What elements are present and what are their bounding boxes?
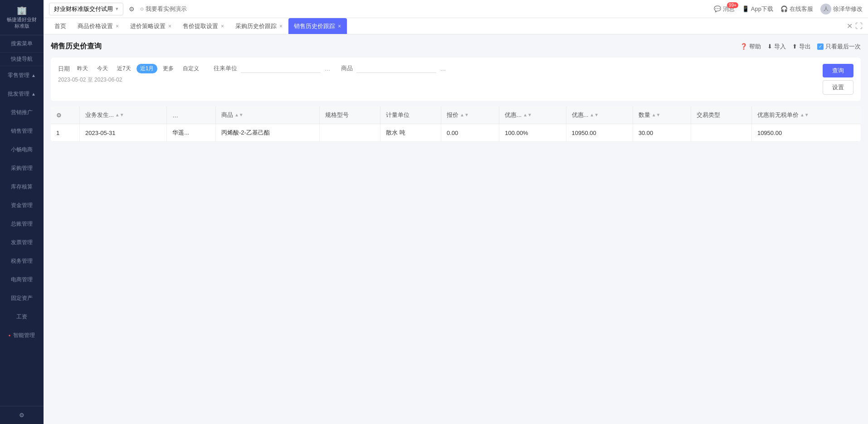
cell-price: 0.00 [441,124,499,142]
sidebar-item-ecommerce-small[interactable]: 小畅电商 [0,140,44,159]
date-range-display: 2023-05-02 至 2023-06-02 [58,76,203,84]
help-button[interactable]: ❓ 帮助 [740,43,761,51]
demo-link[interactable]: ○ 我要看实例演示 [140,5,187,13]
chip-last1month[interactable]: 近1月 [137,64,158,73]
sort-icon-quantity: ▲▼ [652,113,661,117]
sidebar-item-inventory[interactable]: 库存核算 [0,178,44,196]
window-close-button[interactable]: ✕ [847,22,853,30]
chip-today[interactable]: 今天 [93,64,112,73]
date-filter-label: 日期 [58,65,70,73]
topbar: 好业财标准版交付试用 ▾ ⚙ ○ 我要看实例演示 💬 消息 99+ 📱 App下… [44,0,868,18]
last-only-checkbox[interactable]: 只看最后一次 [817,43,861,51]
source-filter-group: 往来单位 … [214,64,330,73]
checkbox-icon [817,43,824,50]
sidebar-item-retail[interactable]: 零售管理 ▲ [0,66,44,85]
date-filter-group: 日期 昨天 今天 近7天 近1月 更多 自定义 [58,64,203,73]
col-more[interactable]: … [167,106,216,124]
sidebar-settings[interactable]: ⚙ [0,406,44,424]
tab-pricing-strategy-close[interactable]: × [168,23,171,29]
sidebar-item-finance[interactable]: 资金管理 [0,196,44,215]
cell-discount1: 100.00% [499,124,566,142]
filter-buttons: 查询 设置 [823,64,853,95]
settings-icon: ⚙ [19,412,24,419]
source-filter-label: 往来单位 [214,64,237,72]
sidebar-quick-nav[interactable]: 快捷导航 [0,53,44,66]
tab-home[interactable]: 首页 [49,18,72,34]
sidebar-item-ecommerce[interactable]: 电商管理 [0,270,44,289]
tab-pricing-strategy[interactable]: 进价策略设置 × [125,18,177,34]
tab-price-extract[interactable]: 售价提取设置 × [177,18,230,34]
product-filter-input[interactable] [356,64,436,73]
cell-tx-type [691,124,752,142]
sidebar-item-payroll[interactable]: 工资 [0,308,44,326]
col-discount2[interactable]: 优惠... ▲▼ [566,106,633,124]
col-tx-type[interactable]: 交易类型 [691,106,752,124]
sort-icon-pretax: ▲▼ [800,113,809,117]
message-button[interactable]: 💬 消息 99+ [714,5,735,13]
chip-last7[interactable]: 近7天 [113,64,135,73]
cell-discount2: 10950.00 [566,124,633,142]
col-product[interactable]: 商品 ▲▼ [215,106,319,124]
sidebar-item-smart[interactable]: ● 智能管理 [0,326,44,345]
query-button[interactable]: 查询 [823,64,853,77]
chip-yesterday[interactable]: 昨天 [73,64,92,73]
col-pretax-price[interactable]: 优惠前无税单价 ▲▼ [751,106,861,124]
version-selector[interactable]: 好业财标准版交付试用 ▾ [49,3,123,15]
tab-sales-history-close[interactable]: × [338,23,341,29]
sort-icon-discount1: ▲▼ [523,113,532,117]
chip-custom[interactable]: 自定义 [179,64,203,73]
table-header-row: ⚙ 业务发生... ▲▼ … [51,106,861,124]
chip-more[interactable]: 更多 [159,64,177,73]
online-service-button[interactable]: 🎧 在线客服 [780,5,813,13]
tab-purchase-history-close[interactable]: × [279,23,283,29]
sidebar-item-wholesale[interactable]: 批发管理 ▲ [0,85,44,103]
sidebar-item-purchase[interactable]: 采购管理 [0,159,44,178]
product-filter-dots[interactable]: … [440,65,446,72]
topbar-right: 💬 消息 99+ 📱 App下载 🎧 在线客服 人 徐泽华修改 [714,4,863,14]
user-avatar: 人 [820,4,831,14]
topbar-gear-icon[interactable]: ⚙ [129,5,135,13]
app-name: 畅捷通好业财 标准版 [4,16,40,29]
col-quantity[interactable]: 数量 ▲▼ [633,106,691,124]
col-business-date[interactable]: 业务发生... ▲▼ [79,106,166,124]
headset-icon: 🎧 [780,5,788,12]
page-actions: ❓ 帮助 ⬇ 导入 ⬆ 导出 只看最后一次 [740,43,861,51]
sidebar-item-marketing[interactable]: 营销推广 [0,103,44,122]
col-price[interactable]: 报价 ▲▼ [441,106,499,124]
tab-sales-history[interactable]: 销售历史价跟踪 × [288,18,347,34]
export-icon: ⬆ [792,43,797,50]
sidebar-item-invoice[interactable]: 发票管理 [0,233,44,252]
user-menu[interactable]: 人 徐泽华修改 [820,4,863,14]
sort-icon-product: ▲▼ [234,113,244,117]
col-spec[interactable]: 规格型号 [320,106,380,124]
tab-price-settings-close[interactable]: × [116,23,119,29]
main-area: 好业财标准版交付试用 ▾ ⚙ ○ 我要看实例演示 💬 消息 99+ 📱 App下… [44,0,868,424]
tab-bar: 首页 商品价格设置 × 进价策略设置 × 售价提取设置 × 采购历史价跟踪 × … [44,18,868,34]
col-discount1[interactable]: 优惠... ▲▼ [499,106,566,124]
settings-button[interactable]: 设置 [823,80,853,95]
app-download-button[interactable]: 📱 App下载 [742,5,773,13]
source-filter-dots[interactable]: … [324,65,330,72]
table-gear-icon[interactable]: ⚙ [56,112,62,119]
tab-price-settings[interactable]: 商品价格设置 × [72,18,125,34]
message-badge: 99+ [727,2,738,8]
sidebar-search[interactable]: 搜索菜单 [0,35,44,53]
sidebar-item-accounting[interactable]: 总账管理 [0,215,44,233]
sidebar-item-tax[interactable]: 税务管理 [0,252,44,270]
export-button[interactable]: ⬆ 导出 [792,43,811,51]
sort-icon-discount2: ▲▼ [590,113,599,117]
tab-purchase-history[interactable]: 采购历史价跟踪 × [230,18,288,34]
col-gear[interactable]: ⚙ [51,106,79,124]
import-icon: ⬇ [767,43,772,50]
source-filter-input[interactable] [241,64,321,73]
window-controls: ✕ ⛶ [847,22,863,30]
sidebar-item-sales[interactable]: 销售管理 [0,122,44,140]
wholesale-arrow: ▲ [31,92,36,96]
window-maximize-button[interactable]: ⛶ [855,22,863,30]
cell-spec [320,124,380,142]
col-unit[interactable]: 计量单位 [380,106,441,124]
page-header: 销售历史价查询 ❓ 帮助 ⬇ 导入 ⬆ 导出 只看最后一次 [51,42,861,51]
import-button[interactable]: ⬇ 导入 [767,43,786,51]
tab-price-extract-close[interactable]: × [221,23,224,29]
sidebar-item-assets[interactable]: 固定资产 [0,289,44,308]
